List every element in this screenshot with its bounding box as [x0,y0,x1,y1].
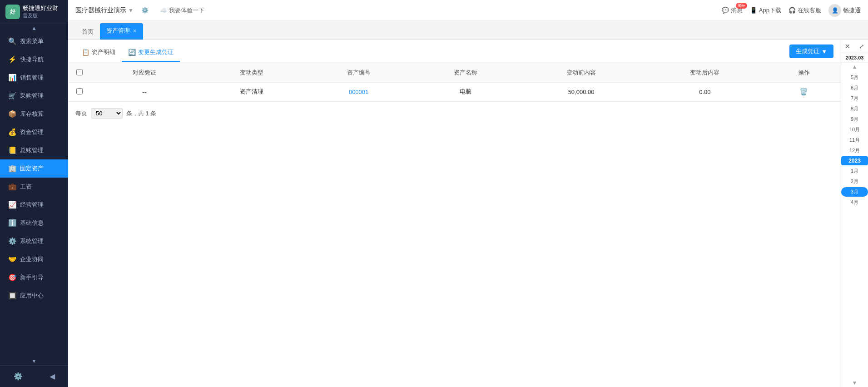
user-menu[interactable]: 👤 畅捷通 [828,4,861,17]
sub-tab-asset-detail[interactable]: 📋 资产明细 [75,45,122,62]
sidebar-item-funds[interactable]: 💰 资金管理 [0,123,68,141]
timeline-month-6[interactable]: 6月 [841,83,868,93]
timeline-month-9[interactable]: 9月 [841,114,868,124]
sidebar-label-enterprise: 企业协同 [20,255,44,263]
row-change-type: 资产清理 [198,83,305,101]
timeline-month-2[interactable]: 2月 [841,177,868,186]
timeline-month-10[interactable]: 10月 [841,125,868,134]
topbar-right: 💬 消息 99+ 📱 App下载 🎧 在线客服 👤 畅捷通 [722,4,861,17]
download-icon: 📱 [750,7,757,14]
logo-text-block: 畅捷通好业财 普及版 [23,5,58,19]
payroll-icon: 💼 [8,183,16,191]
sidebar-item-sales[interactable]: 📊 销售管理 [0,69,68,87]
pagination: 每页 50 10 20 100 条，共 1 条 [68,101,841,125]
collapse-icon[interactable]: ◀ [48,370,57,382]
sidebar-item-payroll[interactable]: 💼 工资 [0,178,68,196]
sidebar-label-funds: 资金管理 [20,128,44,136]
settings-button[interactable]: ⚙️ [138,4,152,17]
sidebar-item-ledger[interactable]: 📒 总账管理 [0,141,68,159]
generate-voucher-button[interactable]: 生成凭证 ▼ [789,45,833,58]
funds-icon: 💰 [8,128,16,136]
timeline-scroll-up[interactable]: ▲ [841,63,868,71]
sidebar-label-payroll: 工资 [20,183,32,191]
tab-home[interactable]: 首页 [75,24,100,40]
enterprise-icon: 🤝 [8,255,16,263]
message-button[interactable]: 💬 消息 99+ [722,6,743,15]
guide-icon: 🎯 [8,273,16,282]
topbar: 医疗器械行业演示 ▼ ⚙️ ☁️ 我要体验一下 💬 消息 99+ 📱 App下载… [68,0,868,21]
tab-asset-mgmt-label: 资产管理 [106,27,130,35]
timeline-header: ✕ ⤢ [841,40,868,53]
sidebar-item-purchase[interactable]: 🛒 采购管理 [0,87,68,105]
company-selector[interactable]: 医疗器械行业演示 ▼ [75,6,134,15]
sidebar-item-search[interactable]: 🔍 搜索菜单 [0,32,68,50]
row-asset-code[interactable]: 000001 [305,83,412,101]
online-service-label: 在线客服 [798,6,821,15]
sidebar-item-quick-nav[interactable]: ⚡ 快捷导航 [0,50,68,69]
sidebar-item-basic-info[interactable]: ℹ️ 基础信息 [0,214,68,232]
sidebar-item-inventory[interactable]: 📦 库存核算 [0,105,68,123]
col-action: 操作 [767,63,841,83]
timeline-close-icon[interactable]: ✕ [845,43,850,50]
sidebar-menu: 🔍 搜索菜单 ⚡ 快捷导航 📊 销售管理 🛒 采购管理 📦 库存核算 💰 资金管… [0,32,68,357]
sub-tabbar: 📋 资产明细 🔄 变更生成凭证 生成凭证 ▼ [68,40,841,63]
experience-button[interactable]: ☁️ 我要体验一下 [156,5,208,16]
timeline-month-11[interactable]: 11月 [841,135,868,145]
purchase-icon: 🛒 [8,92,16,100]
col-asset-name: 资产名称 [412,63,520,83]
sidebar-label-ledger: 总账管理 [20,146,44,154]
app-download-button[interactable]: 📱 App下载 [750,6,781,15]
timeline-scroll-down[interactable]: ▼ [841,379,868,387]
change-voucher-icon: 🔄 [128,49,136,56]
select-all-checkbox[interactable] [76,69,83,75]
table-container: 对应凭证 变动类型 资产编号 资产名称 变动前内容 变动后内容 操作 [68,63,841,101]
search-icon: 🔍 [8,37,16,45]
sidebar-item-fixed-assets[interactable]: 🏢 固定资产 [0,159,68,178]
sidebar-label-inventory: 库存核算 [20,110,44,118]
row-asset-name: 电脑 [412,83,520,101]
online-service-button[interactable]: 🎧 在线客服 [789,6,821,15]
operations-icon: 📈 [8,201,16,209]
timeline-month-5[interactable]: 5月 [841,73,868,82]
per-page-select[interactable]: 50 10 20 100 [91,108,123,119]
sidebar-item-system[interactable]: ⚙️ 系统管理 [0,232,68,250]
timeline-month-4[interactable]: 4月 [841,198,868,207]
timeline-items: 5月 6月 7月 8月 9月 10月 11月 12月 2023 1月 2月 3月… [841,71,868,379]
timeline-month-12[interactable]: 12月 [841,146,868,155]
sub-tabs: 📋 资产明细 🔄 变更生成凭证 [75,45,180,62]
row-checkbox[interactable] [76,88,83,94]
sidebar-label-quick-nav: 快捷导航 [20,55,44,64]
sidebar-scroll-up[interactable]: ▲ [0,24,68,32]
tab-home-label: 首页 [82,28,94,35]
ledger-icon: 📒 [8,146,16,154]
delete-button[interactable]: 🗑️ [799,88,808,95]
per-page-label: 每页 [75,109,87,118]
settings-bottom-icon[interactable]: ⚙️ [12,370,25,382]
fixed-assets-icon: 🏢 [8,164,16,173]
col-asset-code: 资产编号 [305,63,412,83]
tabbar: 首页 资产管理 ✕ [68,21,868,40]
sub-tab-change-voucher[interactable]: 🔄 变更生成凭证 [122,45,180,62]
timeline-year-2023[interactable]: 2023 [841,156,868,165]
timeline-month-3[interactable]: 3月 [841,187,868,197]
cloud-icon: ☁️ [160,7,167,14]
sidebar-item-guide[interactable]: 🎯 新手引导 [0,268,68,287]
username: 畅捷通 [843,6,861,15]
timeline-month-8[interactable]: 8月 [841,104,868,114]
timeline-expand-icon[interactable]: ⤢ [859,43,864,50]
timeline-month-1[interactable]: 1月 [841,166,868,176]
main-content: 📋 资产明细 🔄 变更生成凭证 生成凭证 ▼ [68,40,841,387]
tab-asset-mgmt[interactable]: 资产管理 ✕ [100,23,143,40]
sidebar-item-app-center[interactable]: 🔲 应用中心 [0,287,68,305]
inventory-icon: 📦 [8,110,16,118]
timeline-month-7[interactable]: 7月 [841,94,868,103]
main-area: 医疗器械行业演示 ▼ ⚙️ ☁️ 我要体验一下 💬 消息 99+ 📱 App下载… [68,0,868,387]
col-voucher: 对应凭证 [91,63,198,83]
company-name: 医疗器械行业演示 [75,6,126,15]
tab-close-icon[interactable]: ✕ [133,28,137,34]
sidebar-scroll-down[interactable]: ▼ [0,357,68,365]
sidebar-item-enterprise[interactable]: 🤝 企业协同 [0,250,68,268]
table-head: 对应凭证 变动类型 资产编号 资产名称 变动前内容 变动后内容 操作 [68,63,841,83]
sidebar: 好 畅捷通好业财 普及版 ▲ 🔍 搜索菜单 ⚡ 快捷导航 📊 销售管理 🛒 采购… [0,0,68,387]
sidebar-item-operations[interactable]: 📈 经营管理 [0,196,68,214]
